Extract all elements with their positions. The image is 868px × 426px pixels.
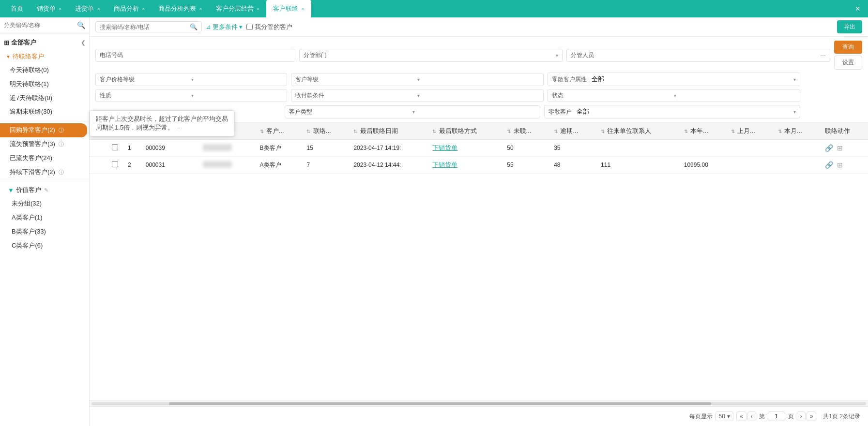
sidebar-item-tomorrow[interactable]: 明天待联络(1) — [0, 77, 89, 91]
action-buttons: 查询 设置 — [834, 41, 862, 70]
first-page-btn[interactable]: « — [736, 411, 746, 421]
row-checkbox-input-1[interactable] — [112, 161, 118, 167]
col-last-method[interactable]: ⇅ 最后联络方式 — [427, 123, 502, 140]
row-checkbox-input-0[interactable] — [112, 144, 118, 150]
page-input[interactable] — [768, 411, 785, 421]
sidebar-item-already-lost[interactable]: 已流失客户(24) — [0, 151, 89, 165]
info-icon[interactable]: ⓘ — [59, 127, 64, 133]
row-name-blurred-1 — [203, 161, 232, 168]
all-customers-header[interactable]: ⊞ 全部客户 ❮ — [0, 35, 89, 50]
col-this-month[interactable]: ⇅ 本月... — [773, 123, 820, 140]
tab-customer-contact[interactable]: 客户联络 × — [266, 0, 311, 17]
tab-customer-segment-close[interactable]: × — [257, 6, 259, 12]
more-filters-button[interactable]: ⊿ 更多条件 ▾ — [206, 23, 243, 31]
edit-icon[interactable]: ✎ — [44, 187, 48, 193]
phone-input[interactable] — [126, 52, 291, 59]
retail-attr-arrow: ▾ — [793, 77, 796, 82]
row-this-month-0 — [773, 140, 820, 157]
col-this-year[interactable]: ⇅ 本年... — [679, 123, 726, 140]
horizontal-scrollbar[interactable] — [90, 400, 868, 406]
col-partner-contact[interactable]: ⇅ 往来单位联系人 — [596, 123, 679, 140]
close-all-button[interactable]: × — [851, 4, 864, 14]
next-page-btn[interactable]: › — [797, 411, 806, 421]
per-page-select[interactable]: 50 ▾ — [716, 411, 733, 421]
value-arrow-icon: ▼ — [8, 187, 14, 194]
row-last-date-0: 2023-04-17 14:19: — [349, 140, 427, 157]
tab-purchase[interactable]: 进货单 × — [68, 0, 107, 17]
repurchase-abnormal-label: 回购异常客户(2) — [10, 126, 55, 133]
b-class-label: B类客户(33) — [12, 228, 46, 235]
col-type[interactable]: ⇅ 客户... — [255, 123, 302, 140]
sidebar-search-box: 🔍 — [0, 17, 89, 33]
customer-level-select[interactable]: 客户等级 ▾ — [291, 73, 544, 86]
more-dots-icon[interactable]: ··· — [820, 51, 826, 59]
my-customers-checkbox-area: 我分管的客户 — [246, 23, 292, 31]
col-uncontacted[interactable]: ⇅ 未联... — [502, 123, 549, 140]
payment-select[interactable]: 收付款条件 ▾ — [291, 89, 544, 102]
retail-customer-field[interactable]: 零散客户 全部 ▾ — [544, 105, 800, 118]
tab-sales-close[interactable]: × — [59, 6, 61, 12]
value-customer-header[interactable]: ▼ 价值客户 ✎ — [2, 183, 89, 197]
sidebar-item-lost-predicted[interactable]: 流失预警客户(3) ⓘ — [0, 137, 89, 151]
row-link-icon-0[interactable]: 🔗 — [825, 144, 833, 152]
col-last-date[interactable]: ⇅ 最后联络日期 — [349, 123, 427, 140]
row-last-method-link-0[interactable]: 下销货单 — [432, 144, 457, 151]
filter-row-1: 电话号码 分管部门 ▾ 分管人员 ··· 查询 设置 — [95, 41, 862, 70]
info-icon-3[interactable]: ⓘ — [59, 169, 64, 175]
row-more-icon-0[interactable]: ⊞ — [837, 144, 843, 152]
last-page-btn[interactable]: » — [807, 411, 817, 421]
row-last-method-0: 下销货单 — [427, 140, 502, 157]
sidebar-search-icon[interactable]: 🔍 — [77, 21, 85, 29]
sidebar-item-ungroup[interactable]: 未分组(32) — [2, 197, 89, 211]
prev-page-btn[interactable]: ‹ — [747, 411, 756, 421]
sidebar-item-overdue[interactable]: 逾期未联络(30) — [0, 105, 89, 119]
scrollbar-thumb[interactable] — [169, 402, 711, 405]
tab-sales[interactable]: 销货单 × — [30, 0, 68, 17]
tab-product-analysis[interactable]: 商品分析 × — [107, 0, 152, 17]
tab-product-analysis-close[interactable]: × — [142, 6, 145, 12]
col-this-year-label: 本年... — [690, 127, 708, 134]
total-records: 共1页 2条记录 — [823, 412, 860, 421]
status-select[interactable]: 状态 ▾ — [548, 89, 800, 102]
filter-search-input[interactable] — [100, 24, 190, 30]
tab-customer-contact-close[interactable]: × — [301, 6, 304, 12]
retail-customer-label: 零散客户 — [548, 108, 572, 116]
ungroup-label: 未分组(32) — [12, 200, 42, 207]
gender-select[interactable]: 性质 ▾ — [95, 89, 287, 102]
gender-arrow: ▾ — [191, 93, 283, 98]
sidebar-item-c-class[interactable]: C类客户(6) — [2, 239, 89, 253]
row-link-icon-1[interactable]: 🔗 — [825, 161, 833, 169]
tab-product-list[interactable]: 商品分析列表 × — [152, 0, 209, 17]
branch-dept-field[interactable]: 分管部门 ▾ — [299, 49, 563, 62]
col-overdue[interactable]: ⇅ 逾期... — [549, 123, 596, 140]
row-last-method-link-1[interactable]: 下销货单 — [432, 161, 457, 168]
my-customers-checkbox[interactable] — [246, 24, 253, 30]
price-level-select[interactable]: 客户价格等级 ▾ — [95, 73, 287, 86]
retail-attr-label: 零散客户属性 — [552, 75, 587, 84]
pending-group-header[interactable]: ▼ 待联络客户 — [0, 50, 89, 63]
sidebar-search-input[interactable] — [4, 22, 77, 29]
sidebar-item-a-class[interactable]: A类客户(1) — [2, 211, 89, 225]
filter-search-icon[interactable]: 🔍 — [190, 23, 198, 30]
sidebar-collapse-btn[interactable]: ❮ — [81, 40, 85, 46]
sidebar-item-continuous-decline[interactable]: 持续下滑客户(2) ⓘ — [0, 165, 89, 179]
tab-customer-segment[interactable]: 客户分层经营 × — [209, 0, 266, 17]
col-contact-count[interactable]: ⇅ 联络... — [302, 123, 349, 140]
row-more-icon-1[interactable]: ⊞ — [837, 161, 843, 169]
col-last-month[interactable]: ⇅ 上月... — [726, 123, 773, 140]
tab-product-list-close[interactable]: × — [199, 6, 202, 12]
sidebar-item-7days[interactable]: 近7天待联络(0) — [0, 91, 89, 105]
sidebar-item-today[interactable]: 今天待联络(0) — [0, 63, 89, 77]
tooltip-box: 距客户上次交易时长，超过了此客户的平均交易周期的1.5倍，则视为异常。 ··· — [90, 110, 235, 136]
query-button[interactable]: 查询 — [834, 41, 862, 54]
sidebar-item-b-class[interactable]: B类客户(33) — [2, 225, 89, 239]
sidebar-item-repurchase-abnormal[interactable]: 回购异常客户(2) ⓘ — [0, 123, 87, 137]
tab-purchase-close[interactable]: × — [97, 6, 100, 12]
customer-type-select[interactable]: 客户类型 ▾ — [285, 105, 541, 118]
info-icon-2[interactable]: ⓘ — [59, 141, 64, 147]
tab-home[interactable]: 首页 — [4, 0, 30, 17]
branch-person-field[interactable]: 分管人员 ··· — [566, 49, 830, 62]
export-button[interactable]: 导出 — [837, 20, 862, 33]
retail-attr-field[interactable]: 零散客户属性 全部 ▾ — [548, 73, 800, 86]
reset-button[interactable]: 设置 — [834, 56, 862, 70]
